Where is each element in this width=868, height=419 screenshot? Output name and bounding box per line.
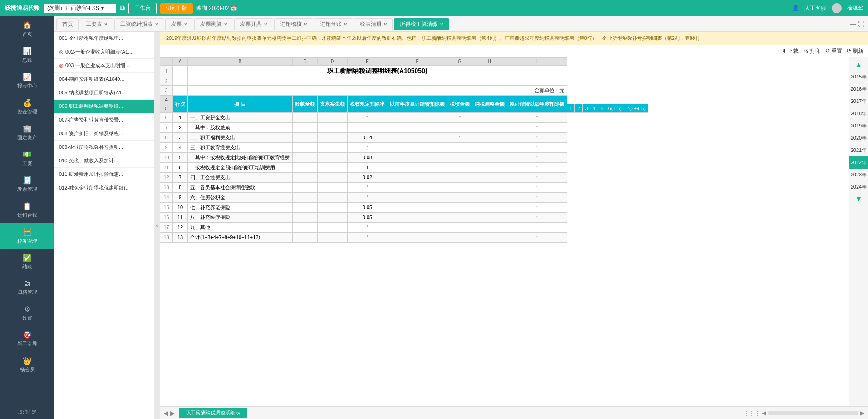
cell-6c[interactable]	[293, 112, 318, 122]
support-label[interactable]: 人工客服	[804, 5, 826, 12]
cell-10c[interactable]	[293, 152, 318, 162]
label-10[interactable]: 其中：按税收规定比例扣除的职工教育经费	[188, 152, 293, 162]
year-btn-2021[interactable]: 2021年	[849, 144, 868, 156]
sidebar-item-settings[interactable]: ⚙ 设置	[0, 300, 54, 326]
cell-8i[interactable]: *	[507, 132, 567, 142]
cutold-button[interactable]: 切到旧版	[160, 3, 193, 14]
cell-16i[interactable]: *	[507, 212, 567, 222]
cell-9g[interactable]	[447, 142, 472, 152]
file-item-007[interactable]: 007-广告费和业务宣传费暨...	[54, 113, 154, 127]
cell-7e[interactable]	[348, 122, 387, 132]
cell-12d[interactable]	[318, 172, 348, 182]
year-btn-2024[interactable]: 2024年	[849, 181, 868, 193]
year-btn-2019[interactable]: 2019年	[849, 120, 868, 132]
file-item-012[interactable]: 012-减免企业所得税优惠明细(..	[54, 181, 154, 195]
cell-6d[interactable]	[318, 112, 348, 122]
cell-12c[interactable]	[293, 172, 318, 182]
cell-18e[interactable]: *	[348, 232, 387, 242]
calendar-icon[interactable]: 📅	[230, 5, 237, 11]
year-btn-2016[interactable]: 2016年	[849, 83, 868, 95]
download-button[interactable]: ⬇ 下载	[782, 47, 799, 55]
cell-7d[interactable]	[318, 122, 348, 132]
cell-6g[interactable]: *	[447, 112, 472, 122]
sidebar-item-fixed-asset[interactable]: 🏢 固定资产	[0, 120, 54, 146]
cell-13d[interactable]	[318, 182, 348, 192]
cell-7f[interactable]	[387, 122, 447, 132]
sheet-nav-right[interactable]: ▶	[170, 409, 175, 417]
cell-8d[interactable]	[318, 132, 348, 142]
file-item-003[interactable]: ⊗ 003-一般企业成本支出明细...	[54, 59, 154, 73]
tab-payroll-close[interactable]: ✕	[104, 22, 108, 27]
sheet-options-icon[interactable]: ⋮⋮⋮	[744, 410, 760, 416]
year-nav-up[interactable]: ▲	[853, 59, 864, 71]
cell-9i[interactable]: *	[507, 142, 567, 152]
workbench-button[interactable]: 工作台	[128, 3, 157, 14]
cell-15d[interactable]	[318, 202, 348, 212]
cell-18d[interactable]	[318, 232, 348, 242]
cell-14g[interactable]	[447, 192, 472, 202]
cell-6i[interactable]: *	[507, 112, 567, 122]
year-btn-2018[interactable]: 2018年	[849, 107, 868, 120]
sidebar-item-ledger[interactable]: 📊 总账	[0, 42, 54, 68]
tab-payroll[interactable]: 工资表 ✕	[80, 18, 113, 30]
print-button[interactable]: 🖨 打印	[803, 47, 821, 55]
cell-2B[interactable]	[188, 77, 567, 85]
label-18[interactable]: 合计(1+3+4+7+8+9+10+11+12)	[188, 232, 293, 242]
file-item-002[interactable]: ⊗ 002-一般企业收入明细表(A1...	[54, 45, 154, 59]
cell-18g[interactable]	[447, 232, 472, 242]
file-item-006[interactable]: 006-职工薪酬纳税调整明细...	[54, 100, 154, 113]
cell-16h[interactable]	[472, 212, 507, 222]
tab-import-check[interactable]: 进销稽核 ✕	[274, 18, 313, 30]
sheet-scroll-right-icon[interactable]: ▶	[860, 410, 864, 416]
cell-12e[interactable]: 0.02	[348, 172, 387, 182]
cell-3A[interactable]	[173, 85, 188, 95]
file-item-004[interactable]: 004-期间费用明细表(A1040...	[54, 73, 154, 86]
cell-11e[interactable]: 1	[348, 162, 387, 172]
cell-14f[interactable]	[387, 192, 447, 202]
cell-11i[interactable]: *	[507, 162, 567, 172]
cell-8h[interactable]	[472, 132, 507, 142]
label-9[interactable]: 三、职工教育经费支出	[188, 142, 293, 152]
tab-tax-clear[interactable]: 税表清册 ✕	[354, 18, 393, 30]
cell-11h[interactable]	[472, 162, 507, 172]
cell-12f[interactable]	[387, 172, 447, 182]
bottom-tab-sheet[interactable]: 职工薪酬纳税调整明细表	[179, 408, 247, 418]
cell-9e[interactable]: *	[348, 142, 387, 152]
label-12[interactable]: 四、工会经费支出	[188, 172, 293, 182]
cell-17e[interactable]: *	[348, 222, 387, 232]
cell-15g[interactable]	[447, 202, 472, 212]
sidebar-item-invoice-mgmt[interactable]: 🧾 发票管理	[0, 171, 54, 197]
spreadsheet-container[interactable]: A B C D E F G H I	[160, 57, 849, 407]
cell-13g[interactable]	[447, 182, 472, 192]
tab-import-check-close[interactable]: ✕	[304, 22, 307, 27]
file-item-001[interactable]: 001-企业所得税年度纳税申...	[54, 32, 154, 45]
cell-14d[interactable]	[318, 192, 348, 202]
cell-18c[interactable]	[293, 232, 318, 242]
tab-invoice-calc[interactable]: 发票测算 ✕	[194, 18, 233, 30]
tab-import-ledger[interactable]: 进销台账 ✕	[314, 18, 353, 30]
cell-10d[interactable]	[318, 152, 348, 162]
tab-tax-clear-close[interactable]: ✕	[383, 22, 387, 27]
cell-14h[interactable]	[472, 192, 507, 202]
cell-16c[interactable]	[293, 212, 318, 222]
cell-8c[interactable]	[293, 132, 318, 142]
cell-2A[interactable]	[173, 77, 188, 85]
avatar[interactable]	[832, 3, 842, 13]
cell-15i[interactable]: *	[507, 202, 567, 212]
cell-11f[interactable]	[387, 162, 447, 172]
cell-18f[interactable]	[387, 232, 447, 242]
cell-15e[interactable]: 0.05	[348, 202, 387, 212]
cell-16f[interactable]	[387, 212, 447, 222]
year-nav-down[interactable]: ▼	[853, 193, 864, 205]
cell-14i[interactable]: *	[507, 192, 567, 202]
cell-17f[interactable]	[387, 222, 447, 232]
cell-10f[interactable]	[387, 152, 447, 162]
tab-maximize-icon[interactable]: ⛶	[858, 20, 864, 28]
tab-home[interactable]: 首页	[56, 18, 79, 30]
file-item-010[interactable]: 010-免税、减收入及加计...	[54, 154, 154, 168]
cell-7g[interactable]	[447, 122, 472, 132]
file-item-009[interactable]: 009-企业所得税弥补亏损明...	[54, 141, 154, 154]
cell-9f[interactable]	[387, 142, 447, 152]
cell-7h[interactable]	[472, 122, 507, 132]
cell-6f[interactable]	[387, 112, 447, 122]
